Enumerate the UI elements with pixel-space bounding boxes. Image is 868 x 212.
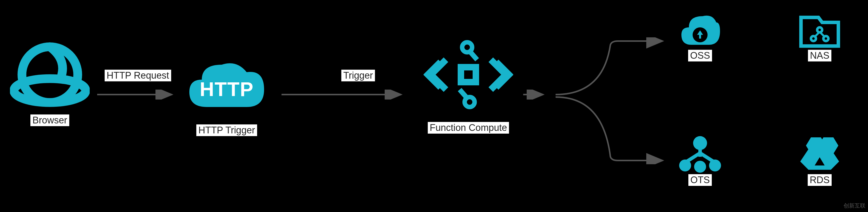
svg-point-6 — [462, 42, 472, 52]
svg-point-20 — [679, 160, 691, 171]
browser-icon — [10, 35, 90, 114]
function-compute-icon — [424, 35, 513, 114]
arrow-fc-out — [523, 90, 548, 100]
oss-label: OSS — [688, 50, 712, 62]
function-compute-node: Function Compute — [424, 35, 513, 134]
arrow-http-request — [97, 90, 177, 100]
http-cloud-text: HTTP — [200, 78, 254, 101]
rds-icon — [797, 134, 842, 174]
watermark: 创新互联 — [844, 202, 866, 210]
trigger-label: Trigger — [341, 70, 375, 81]
arrow-to-ots — [553, 95, 668, 164]
svg-point-11 — [817, 27, 822, 32]
rds-label: RDS — [808, 174, 832, 186]
ots-label: OTS — [688, 174, 712, 186]
nas-node: NAS — [797, 10, 842, 62]
svg-point-16 — [693, 136, 707, 150]
http-request-label: HTTP Request — [105, 70, 171, 81]
arrow-trigger — [281, 90, 406, 100]
oss-node: OSS — [678, 10, 722, 62]
svg-line-19 — [700, 153, 714, 162]
ots-icon — [678, 134, 722, 174]
svg-point-21 — [694, 161, 706, 173]
svg-line-18 — [686, 153, 700, 162]
http-trigger-node: HTTP HTTP Trigger — [184, 57, 269, 136]
nas-label: NAS — [808, 50, 831, 62]
function-compute-label: Function Compute — [428, 122, 509, 134]
browser-label: Browser — [30, 114, 69, 126]
ots-node: OTS — [678, 134, 722, 186]
http-trigger-label: HTTP Trigger — [196, 125, 257, 136]
rds-node: RDS — [797, 134, 842, 186]
http-cloud-icon: HTTP — [184, 57, 269, 117]
browser-node: Browser — [10, 35, 90, 126]
oss-icon — [678, 10, 722, 50]
nas-icon — [797, 10, 842, 50]
svg-point-22 — [709, 160, 721, 171]
svg-point-8 — [465, 97, 475, 107]
arrow-to-oss — [553, 37, 668, 100]
